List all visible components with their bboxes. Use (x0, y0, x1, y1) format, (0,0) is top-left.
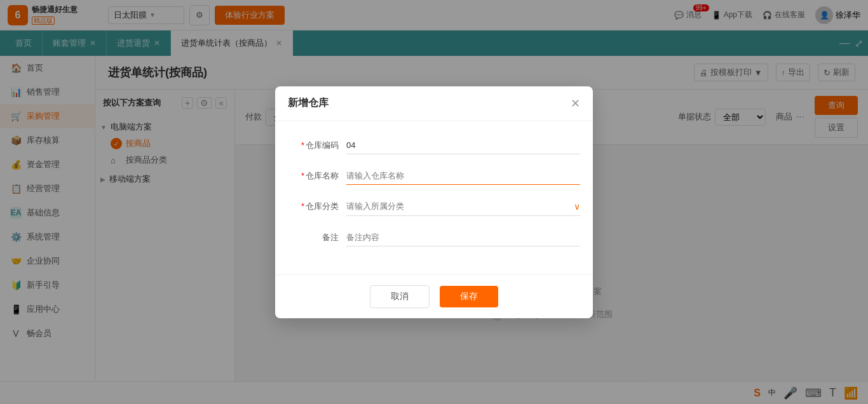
category-input[interactable] (346, 201, 574, 211)
save-button[interactable]: 保存 (440, 286, 498, 307)
cancel-button[interactable]: 取消 (370, 285, 430, 308)
name-label: 仓库名称 (288, 170, 339, 182)
category-label: 仓库分类 (288, 201, 339, 212)
form-row-name: 仓库名称 (288, 167, 580, 185)
name-input[interactable] (346, 167, 580, 185)
chevron-down-icon: ∨ (574, 201, 580, 212)
modal-footer: 取消 保存 (275, 274, 593, 318)
form-row-remark: 备注 (288, 229, 580, 246)
modal-new-warehouse: 新增仓库 ✕ 仓库编码 仓库名称 仓库分类 ∨ (275, 86, 593, 318)
modal-close-button[interactable]: ✕ (571, 97, 580, 111)
form-row-code: 仓库编码 (288, 137, 580, 154)
code-input[interactable] (346, 137, 580, 154)
code-label: 仓库编码 (288, 140, 339, 151)
remark-input[interactable] (346, 229, 580, 246)
modal-title: 新增仓库 (288, 97, 329, 110)
modal-overlay[interactable]: 新增仓库 ✕ 仓库编码 仓库名称 仓库分类 ∨ (0, 0, 868, 404)
remark-label: 备注 (288, 232, 339, 243)
form-row-category: 仓库分类 ∨ (288, 198, 580, 216)
modal-body: 仓库编码 仓库名称 仓库分类 ∨ 备注 (275, 121, 593, 274)
category-select[interactable]: ∨ (346, 198, 580, 216)
modal-header: 新增仓库 ✕ (275, 86, 593, 121)
